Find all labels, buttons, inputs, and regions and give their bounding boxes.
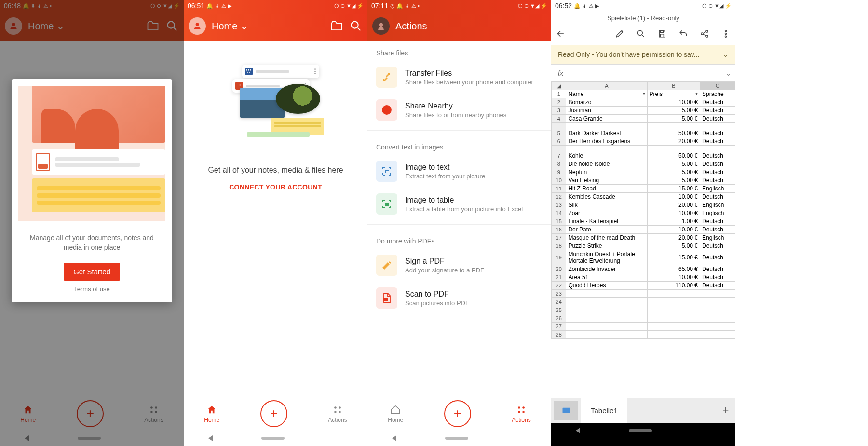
back-button[interactable] xyxy=(576,428,580,433)
col-header-c[interactable]: C xyxy=(700,82,735,90)
svg-rect-18 xyxy=(383,298,388,301)
svg-point-22 xyxy=(522,411,525,413)
section-share-files: Share files xyxy=(367,41,551,61)
undo-icon[interactable] xyxy=(678,29,688,41)
table-row[interactable]: 19Munchkin Quest + Portale Mortale Erwei… xyxy=(552,250,735,265)
avatar[interactable] xyxy=(372,17,390,35)
home-pill[interactable] xyxy=(629,429,652,432)
svg-point-14 xyxy=(379,23,383,27)
save-icon[interactable] xyxy=(657,29,667,41)
nav-actions[interactable]: Actions xyxy=(328,405,347,423)
action-scan-pdf[interactable]: Scan to PDFScan pictures into PDF xyxy=(367,282,551,314)
connect-account-link[interactable]: CONNECT YOUR ACCOUNT xyxy=(184,183,367,191)
nav-home[interactable]: Home xyxy=(204,405,219,423)
modal-message: Manage all of your documents, notes and … xyxy=(12,228,172,258)
home-pill[interactable] xyxy=(445,437,468,440)
fab-create[interactable]: + xyxy=(444,400,471,427)
col-header-a[interactable]: A xyxy=(566,82,647,90)
back-button[interactable] xyxy=(208,435,213,441)
table-row[interactable]: 25 xyxy=(552,306,735,314)
share-icon[interactable] xyxy=(700,29,709,41)
nav-home[interactable]: Home xyxy=(388,405,403,423)
scan-icon xyxy=(376,287,397,309)
action-image-to-table[interactable]: Image to tableExtract a table from your … xyxy=(367,188,551,220)
pen-icon[interactable] xyxy=(615,29,624,41)
app-header: Home⌄ xyxy=(184,12,367,41)
more-icon[interactable] xyxy=(721,29,731,41)
nav-actions[interactable]: Actions xyxy=(512,405,530,423)
table-row[interactable]: 2Bomarzo10.00 €Deutsch xyxy=(552,98,735,107)
table-row[interactable]: 12Kembles Cascade10.00 €Deutsch xyxy=(552,193,735,201)
table-row[interactable]: 14Zoar10.00 €Englisch xyxy=(552,209,735,217)
fx-label: fx xyxy=(551,69,570,77)
svg-point-8 xyxy=(352,22,358,28)
status-bar: 06:51🔔 🌡 ⚠ ▶ ⬡ ⊖ ▼◢ ⚡ xyxy=(184,0,367,12)
action-transfer-files[interactable]: Transfer FilesShare files between your p… xyxy=(367,61,551,94)
table-row[interactable]: 8Die holde Isolde5.00 €Deutsch xyxy=(552,160,735,168)
col-header-b[interactable]: B xyxy=(647,82,700,90)
table-row[interactable]: 5Dark Darker Darkest50.00 €Deutsch xyxy=(552,123,735,137)
sheet-view-icon[interactable] xyxy=(554,401,578,420)
readonly-banner[interactable]: Read Only - You don't have permission to… xyxy=(551,45,735,64)
page-title[interactable]: Home xyxy=(212,21,237,32)
table-row[interactable]: 17Masque of the read Death20.00 €Englisc… xyxy=(552,234,735,242)
back-icon[interactable] xyxy=(556,29,566,41)
chevron-down-icon[interactable]: ⌄ xyxy=(240,20,248,32)
action-image-to-text[interactable]: Image to textExtract text from your pict… xyxy=(367,155,551,188)
formula-bar: fx ⌄ xyxy=(551,64,735,81)
fab-create[interactable]: + xyxy=(260,400,287,427)
search-icon[interactable] xyxy=(349,19,363,33)
home-pill[interactable] xyxy=(261,437,285,440)
folder-icon[interactable] xyxy=(330,19,343,33)
table-row[interactable]: 23 xyxy=(552,290,735,298)
table-row[interactable]: 18Puzzle Strike5.00 €Deutsch xyxy=(552,242,735,250)
svg-rect-17 xyxy=(385,203,389,206)
svg-point-13 xyxy=(339,411,341,413)
table-row[interactable]: 24 xyxy=(552,298,735,306)
table-row[interactable]: 13Silk20.00 €Englisch xyxy=(552,201,735,209)
avatar[interactable] xyxy=(189,17,206,35)
action-sign-pdf[interactable]: Sign a PDFAdd your signature to a PDF xyxy=(367,249,551,282)
table-row[interactable]: 26 xyxy=(552,314,735,323)
spreadsheet-grid[interactable]: ◢ABC 1Name▾Preis▾Sprache 2Bomarzo10.00 €… xyxy=(551,81,735,398)
svg-point-15 xyxy=(382,106,391,114)
svg-point-20 xyxy=(522,406,525,409)
system-nav xyxy=(367,431,551,446)
table-row[interactable]: 10Van Helsing5.00 €Deutsch xyxy=(552,176,735,185)
table-row[interactable]: 27 xyxy=(552,323,735,331)
select-all-cell[interactable]: ◢ xyxy=(552,82,566,90)
table-row[interactable]: 4Casa Grande5.00 €Deutsch xyxy=(552,115,735,123)
status-bar: 07:11◎ 🔔 🌡 ⚠ • ⬡ ⊖ ▼◢ ⚡ xyxy=(367,0,551,12)
nearby-icon xyxy=(376,99,397,121)
table-row[interactable]: 15Finale - Kartenspiel1.00 €Deutsch xyxy=(552,217,735,226)
table-row[interactable]: 22Quodd Heroes110.00 €Deutsch xyxy=(552,282,735,290)
svg-point-7 xyxy=(196,23,199,26)
back-button[interactable] xyxy=(392,435,396,441)
table-row[interactable]: 7Kohle50.00 €Deutsch xyxy=(552,146,735,160)
table-row[interactable]: 6Der Herr des Eisgartens20.00 €Deutsch xyxy=(552,137,735,146)
svg-line-29 xyxy=(703,34,706,36)
add-sheet-button[interactable]: + xyxy=(716,404,735,417)
table-row[interactable]: 21Area 5110.00 €Deutsch xyxy=(552,273,735,282)
search-icon[interactable] xyxy=(636,29,646,41)
chevron-down-icon[interactable]: ⌄ xyxy=(721,68,735,78)
table-row[interactable]: 16Der Pate10.00 €Deutsch xyxy=(552,226,735,234)
transfer-icon xyxy=(376,67,397,88)
table-row[interactable]: 20Zombicide Invader65.00 €Deutsch xyxy=(552,265,735,273)
files-illustration xyxy=(184,50,367,156)
table-row[interactable]: 11Hit Z Road15.00 €Englisch xyxy=(552,185,735,193)
svg-line-28 xyxy=(703,32,706,33)
svg-point-12 xyxy=(334,411,337,413)
image-text-icon xyxy=(376,161,397,182)
sign-icon xyxy=(376,255,397,276)
sheet-tab-1[interactable]: Tabelle1 xyxy=(581,398,627,423)
action-share-nearby[interactable]: Share NearbyShare files to or from nearb… xyxy=(367,94,551,126)
table-row[interactable]: 28 xyxy=(552,331,735,339)
terms-link[interactable]: Terms of use xyxy=(12,285,172,293)
svg-rect-33 xyxy=(563,408,570,413)
get-started-button[interactable]: Get Started xyxy=(64,263,120,281)
table-row[interactable]: 9Neptun5.00 €Deutsch xyxy=(552,168,735,176)
toolbar xyxy=(551,25,735,45)
svg-point-19 xyxy=(518,406,520,409)
table-row[interactable]: 3Justinian5.00 €Deutsch xyxy=(552,107,735,115)
